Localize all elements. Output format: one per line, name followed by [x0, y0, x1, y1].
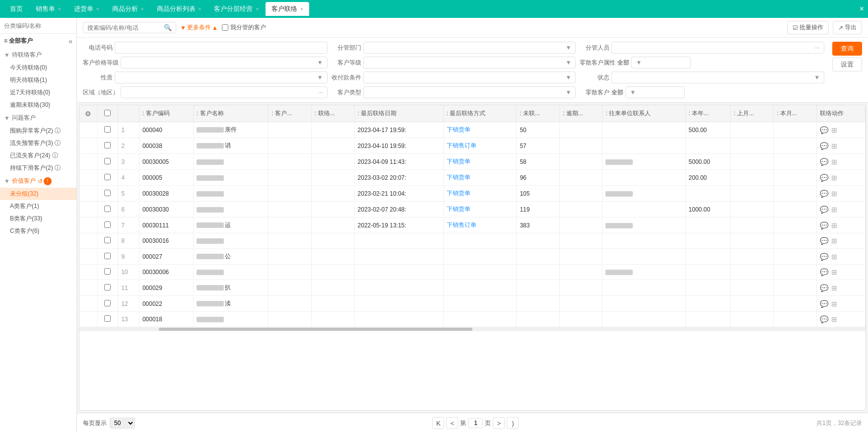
- sidebar-item-declining[interactable]: 持续下滑客户(2) ⓘ: [0, 162, 76, 174]
- close-product-list-tab[interactable]: ×: [199, 6, 201, 12]
- sidebar-item-churn-warning[interactable]: 流失预警客户(3) ⓘ: [0, 137, 76, 149]
- close-sales-tab[interactable]: ×: [58, 6, 61, 12]
- filter-dept-select[interactable]: ▼: [363, 42, 576, 54]
- close-product-analysis-tab[interactable]: ×: [141, 6, 144, 12]
- nav-tab-customer-contact[interactable]: 客户联络 ×: [266, 2, 309, 16]
- chat-icon[interactable]: 💬: [820, 300, 828, 308]
- batch-operation-button[interactable]: ☑ 批量操作: [787, 21, 829, 34]
- next-page-button[interactable]: >: [493, 417, 505, 429]
- sidebar-collapse-button[interactable]: «: [68, 37, 72, 45]
- grid-icon[interactable]: ⊞: [831, 206, 837, 214]
- chat-icon[interactable]: 💬: [820, 206, 828, 214]
- select-all-checkbox[interactable]: [104, 110, 111, 116]
- row-checkbox[interactable]: [97, 265, 118, 280]
- chat-icon[interactable]: 💬: [820, 253, 828, 261]
- row-checkbox[interactable]: [97, 296, 118, 312]
- filter-nature-select[interactable]: ▼: [115, 72, 328, 83]
- chat-icon[interactable]: 💬: [820, 174, 828, 182]
- row-checkbox[interactable]: [97, 138, 118, 154]
- gear-icon[interactable]: ⚙: [85, 110, 91, 118]
- row-checkbox[interactable]: [97, 154, 118, 170]
- refresh-icon[interactable]: ↺: [38, 178, 43, 185]
- sidebar-item-overdue-contact[interactable]: 逾期未联络(30): [0, 99, 76, 111]
- row-checkbox[interactable]: [97, 249, 118, 265]
- filter-customer-level-select[interactable]: ▼: [363, 57, 576, 69]
- sidebar-item-class-c[interactable]: C类客户(6): [0, 225, 76, 237]
- last-month-column-header[interactable]: : 上月...: [731, 105, 774, 122]
- nav-tab-purchase[interactable]: 进货单 ×: [68, 2, 105, 16]
- row-checkbox[interactable]: [97, 122, 118, 138]
- chat-icon[interactable]: 💬: [820, 268, 828, 276]
- per-page-select[interactable]: 50 100: [110, 418, 135, 429]
- my-customers-checkbox[interactable]: [222, 24, 228, 31]
- close-window-button[interactable]: ×: [860, 4, 864, 13]
- prev-page-button[interactable]: <: [446, 417, 458, 429]
- last-contact-date-column-header[interactable]: : 最后联络日期: [354, 105, 443, 122]
- overdue-column-header[interactable]: : 逾期...: [559, 105, 602, 122]
- no-contact-column-header[interactable]: : 未联...: [517, 105, 560, 122]
- row-checkbox[interactable]: [97, 186, 118, 202]
- sidebar-item-today-pending[interactable]: 今天待联络(0): [0, 62, 76, 74]
- filter-retail-customer-select[interactable]: ▼: [625, 86, 685, 98]
- more-conditions-button[interactable]: ▼ 更多条件 ▲: [180, 23, 218, 32]
- chat-icon[interactable]: 💬: [820, 126, 828, 134]
- chat-icon[interactable]: 💬: [820, 142, 828, 150]
- close-purchase-tab[interactable]: ×: [96, 6, 99, 12]
- close-customer-contact-tab[interactable]: ×: [300, 6, 303, 12]
- grid-icon[interactable]: ⊞: [831, 253, 837, 261]
- chat-icon[interactable]: 💬: [820, 221, 828, 229]
- nav-tab-product-analysis[interactable]: 商品分析 ×: [106, 2, 150, 16]
- sidebar-group-pending-contact[interactable]: ▼ 待联络客户: [0, 48, 76, 62]
- grid-icon[interactable]: ⊞: [831, 158, 837, 166]
- row-checkbox[interactable]: [97, 217, 118, 233]
- contact-person-column-header[interactable]: : 往来单位联系人: [602, 105, 685, 122]
- chat-icon[interactable]: 💬: [820, 315, 828, 323]
- scrollbar-thumb[interactable]: [159, 328, 472, 331]
- last-contact-type-column-header[interactable]: : 最后联络方式: [443, 105, 517, 122]
- horizontal-scrollbar[interactable]: [79, 327, 866, 331]
- grid-icon[interactable]: ⊞: [831, 221, 837, 229]
- row-checkbox[interactable]: [97, 170, 118, 186]
- query-button[interactable]: 查询: [832, 42, 862, 56]
- nav-tab-sales[interactable]: 销售单 ×: [30, 2, 67, 16]
- sidebar-item-ungrouped[interactable]: 未分组(32): [0, 188, 76, 200]
- nav-tab-product-list[interactable]: 商品分析列表 ×: [151, 2, 207, 16]
- grid-icon[interactable]: ⊞: [831, 284, 837, 292]
- settings-column-header[interactable]: ⚙: [79, 105, 97, 122]
- this-year-column-header[interactable]: : 本年...: [685, 105, 731, 122]
- filter-phone-input[interactable]: [115, 42, 328, 54]
- chat-icon[interactable]: 💬: [820, 284, 828, 292]
- sidebar-item-7days-pending[interactable]: 近7天待联络(0): [0, 86, 76, 99]
- chat-icon[interactable]: 💬: [820, 158, 828, 166]
- name-column-header[interactable]: : 客户名称: [193, 105, 268, 122]
- row-checkbox[interactable]: [97, 312, 118, 327]
- checkbox-column-header[interactable]: [97, 105, 118, 122]
- row-checkbox[interactable]: [97, 233, 118, 249]
- filter-price-level-select[interactable]: ▼: [121, 57, 328, 69]
- last-page-button[interactable]: ): [507, 417, 519, 429]
- type-column-header[interactable]: : 客户...: [268, 105, 312, 122]
- filter-payment-select[interactable]: ▼: [363, 72, 576, 83]
- grid-icon[interactable]: ⊞: [831, 174, 837, 182]
- filter-retail-attr-select[interactable]: ▼: [631, 57, 691, 69]
- grid-icon[interactable]: ⊞: [831, 190, 837, 198]
- grid-icon[interactable]: ⊞: [831, 237, 837, 245]
- filter-status-select[interactable]: ▼: [611, 72, 824, 83]
- grid-icon[interactable]: ⊞: [831, 315, 837, 323]
- this-month-column-header[interactable]: : 本月...: [773, 105, 816, 122]
- code-column-header[interactable]: : 客户编码: [139, 105, 193, 122]
- grid-icon[interactable]: ⊞: [831, 126, 837, 134]
- sidebar-item-class-a[interactable]: A类客户(1): [0, 200, 76, 213]
- reset-button[interactable]: 设置: [832, 58, 862, 72]
- sidebar-item-abnormal-purchase[interactable]: 囤购异常客户(2) ⓘ: [0, 125, 76, 137]
- sidebar-item-churned[interactable]: 已流失客户(24) ⓘ: [0, 149, 76, 162]
- nav-tab-home[interactable]: 首页: [4, 4, 29, 13]
- filter-region-select[interactable]: ···: [121, 86, 328, 98]
- my-customers-filter[interactable]: 我分管的客户: [222, 23, 266, 32]
- search-input[interactable]: [87, 24, 162, 31]
- row-checkbox[interactable]: [97, 202, 118, 217]
- row-checkbox[interactable]: [97, 280, 118, 296]
- sidebar-all-customers[interactable]: ≡ 全部客户 «: [0, 34, 76, 48]
- grid-icon[interactable]: ⊞: [831, 142, 837, 150]
- filter-person-select[interactable]: ···: [611, 42, 824, 54]
